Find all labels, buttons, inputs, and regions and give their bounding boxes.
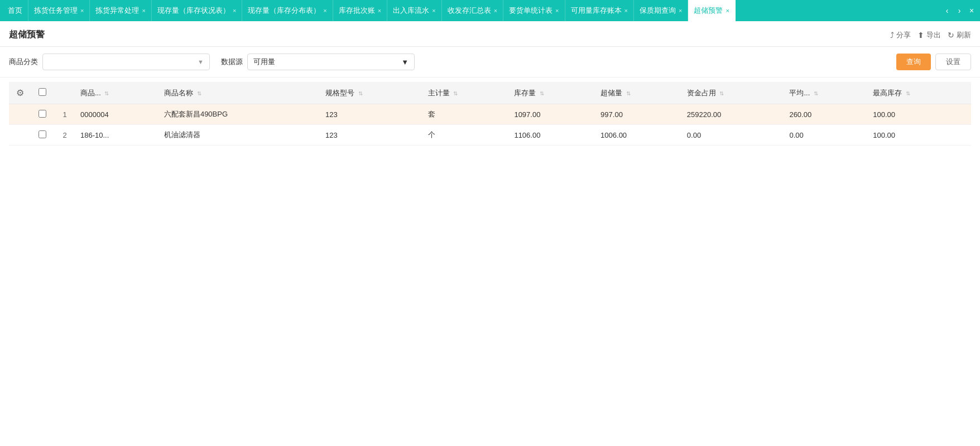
nav-item-home[interactable]: 首页 bbox=[2, 0, 28, 21]
nav-label-stock-status: 现存量（库存状况表） bbox=[157, 6, 230, 16]
filter-bar: 商品分类 ▼ 数据源 可用量 ▼ 查询 设置 bbox=[0, 47, 980, 77]
row-stock-cell: 1106.00 bbox=[510, 125, 596, 146]
row-goods-name-cell: 机油滤清器 bbox=[160, 125, 321, 146]
nav-label-available: 可用量库存账本 bbox=[571, 6, 622, 16]
nav-item-stock-status[interactable]: 现存量（库存状况表） × bbox=[152, 0, 242, 21]
nav-item-flow[interactable]: 出入库流水 × bbox=[387, 0, 441, 21]
row-spec-cell: 123 bbox=[321, 104, 424, 125]
nav-close-demand[interactable]: × bbox=[555, 7, 559, 14]
col-settings[interactable]: ⚙ bbox=[9, 82, 31, 104]
refresh-action[interactable]: ↻ 刷新 bbox=[948, 30, 971, 40]
col-goods-name-header[interactable]: 商品名称 ⇅ bbox=[160, 82, 321, 104]
nav-close-summary[interactable]: × bbox=[494, 7, 497, 14]
share-action[interactable]: ⤴ 分享 bbox=[890, 30, 911, 40]
row-checkbox-cell[interactable] bbox=[31, 104, 54, 125]
col-unit-header[interactable]: 主计量 ⇅ bbox=[424, 82, 510, 104]
row-spec-cell: 123 bbox=[321, 125, 424, 146]
col-goods-code-label: 商品... bbox=[80, 89, 101, 97]
row-checkbox-0[interactable] bbox=[39, 110, 46, 118]
nav-arrow-right[interactable]: › bbox=[953, 0, 965, 21]
row-checkbox-1[interactable] bbox=[39, 130, 46, 138]
nav-item-exception[interactable]: 拣货异常处理 × bbox=[90, 0, 151, 21]
row-capital-cell: 259220.00 bbox=[683, 104, 785, 125]
sort-spec-icon: ⇅ bbox=[358, 90, 363, 96]
nav-item-task[interactable]: 拣货任务管理 × bbox=[28, 0, 90, 21]
nav-item-available[interactable]: 可用量库存账本 × bbox=[565, 0, 634, 21]
settings-gear-icon[interactable]: ⚙ bbox=[16, 88, 24, 98]
export-icon: ⬆ bbox=[917, 31, 924, 40]
nav-arrow-close[interactable]: × bbox=[965, 0, 978, 21]
nav-label-summary: 收发存汇总表 bbox=[448, 6, 491, 16]
col-stock-header[interactable]: 库存量 ⇅ bbox=[510, 82, 596, 104]
category-select[interactable]: ▼ bbox=[42, 54, 210, 70]
col-avg-label: 平均... bbox=[789, 89, 810, 97]
row-goods-code-cell: 0000004 bbox=[76, 104, 160, 125]
share-label: 分享 bbox=[896, 30, 911, 40]
row-overstock-cell: 997.00 bbox=[596, 104, 683, 125]
col-spec-header[interactable]: 规格型号 ⇅ bbox=[321, 82, 424, 104]
sort-max-stock-icon: ⇅ bbox=[906, 90, 910, 96]
row-stock-cell: 1097.00 bbox=[510, 104, 596, 125]
nav-arrow-left[interactable]: ‹ bbox=[941, 0, 953, 21]
row-settings-cell bbox=[9, 125, 31, 146]
nav-label-expiry: 保质期查询 bbox=[640, 6, 676, 16]
col-max-stock-header[interactable]: 最高库存 ⇅ bbox=[868, 82, 971, 104]
refresh-label: 刷新 bbox=[957, 30, 971, 40]
refresh-icon: ↻ bbox=[948, 31, 954, 40]
nav-close-available[interactable]: × bbox=[624, 7, 628, 14]
category-label: 商品分类 bbox=[9, 57, 38, 67]
col-capital-header[interactable]: 资金占用 ⇅ bbox=[683, 82, 785, 104]
datasource-select-value: 可用量 bbox=[253, 57, 275, 67]
table-body: 1 0000004 六配套新昌490BPG 123 套 1097.00 997.… bbox=[9, 104, 971, 146]
select-all-checkbox[interactable] bbox=[39, 88, 46, 96]
col-spec-label: 规格型号 bbox=[325, 89, 354, 97]
nav-item-overstock[interactable]: 超储预警 × bbox=[688, 0, 735, 21]
main-content: 超储预警 ⤴ 分享 ⬆ 导出 ↻ 刷新 商品分类 ▼ 数据源 bbox=[0, 21, 980, 446]
sort-avg-icon: ⇅ bbox=[814, 90, 818, 96]
nav-item-summary[interactable]: 收发存汇总表 × bbox=[442, 0, 503, 21]
share-icon: ⤴ bbox=[890, 31, 894, 40]
nav-label-flow: 出入库流水 bbox=[393, 6, 429, 16]
nav-close-batch[interactable]: × bbox=[378, 7, 381, 14]
query-button[interactable]: 查询 bbox=[896, 54, 931, 70]
datasource-label: 数据源 bbox=[221, 57, 243, 67]
nav-close-overstock[interactable]: × bbox=[726, 7, 729, 14]
row-settings-cell bbox=[9, 104, 31, 125]
nav-close-stock-status[interactable]: × bbox=[233, 7, 236, 14]
nav-close-stock-dist[interactable]: × bbox=[323, 7, 326, 14]
sort-overstock-icon: ⇅ bbox=[626, 90, 631, 96]
nav-item-stock-dist[interactable]: 现存量（库存分布表） × bbox=[242, 0, 333, 21]
table-header-row: ⚙ 商品... ⇅ 商品名称 ⇅ 规格型号 bbox=[9, 82, 971, 104]
nav-close-task[interactable]: × bbox=[80, 7, 84, 14]
page-title: 超储预警 bbox=[9, 29, 45, 41]
row-overstock-cell: 1006.00 bbox=[596, 125, 683, 146]
row-max-stock-cell: 100.00 bbox=[868, 125, 971, 146]
nav-close-flow[interactable]: × bbox=[432, 7, 435, 14]
nav-item-demand[interactable]: 要货单统计表 × bbox=[503, 0, 565, 21]
col-checkbox-header[interactable] bbox=[31, 82, 54, 104]
nav-item-batch[interactable]: 库存批次账 × bbox=[333, 0, 387, 21]
col-max-stock-label: 最高库存 bbox=[873, 89, 902, 97]
datasource-select[interactable]: 可用量 ▼ bbox=[247, 54, 415, 70]
col-goods-code-header[interactable]: 商品... ⇅ bbox=[76, 82, 160, 104]
nav-label-batch: 库存批次账 bbox=[339, 6, 375, 16]
nav-close-expiry[interactable]: × bbox=[679, 7, 682, 14]
row-unit-cell: 个 bbox=[424, 125, 510, 146]
col-overstock-label: 超储量 bbox=[601, 89, 622, 97]
col-avg-header[interactable]: 平均... ⇅ bbox=[785, 82, 868, 104]
nav-label-overstock: 超储预警 bbox=[694, 6, 723, 16]
row-checkbox-cell[interactable] bbox=[31, 125, 54, 146]
nav-item-expiry[interactable]: 保质期查询 × bbox=[634, 0, 688, 21]
row-goods-code-cell: 186-10... bbox=[76, 125, 160, 146]
top-nav: 首页 拣货任务管理 × 拣货异常处理 × 现存量（库存状况表） × 现存量（库存… bbox=[0, 0, 980, 21]
nav-close-exception[interactable]: × bbox=[142, 7, 145, 14]
row-unit-cell: 套 bbox=[424, 104, 510, 125]
col-overstock-header[interactable]: 超储量 ⇅ bbox=[596, 82, 683, 104]
datasource-chevron-icon: ▼ bbox=[401, 58, 409, 66]
nav-label-home: 首页 bbox=[8, 6, 22, 16]
export-action[interactable]: ⬆ 导出 bbox=[917, 30, 941, 40]
table-row: 2 186-10... 机油滤清器 123 个 1106.00 1006.00 … bbox=[9, 125, 971, 146]
sort-goods-name-icon: ⇅ bbox=[197, 90, 201, 96]
settings-button[interactable]: 设置 bbox=[935, 54, 971, 70]
datasource-filter-item: 数据源 可用量 ▼ bbox=[221, 54, 415, 70]
